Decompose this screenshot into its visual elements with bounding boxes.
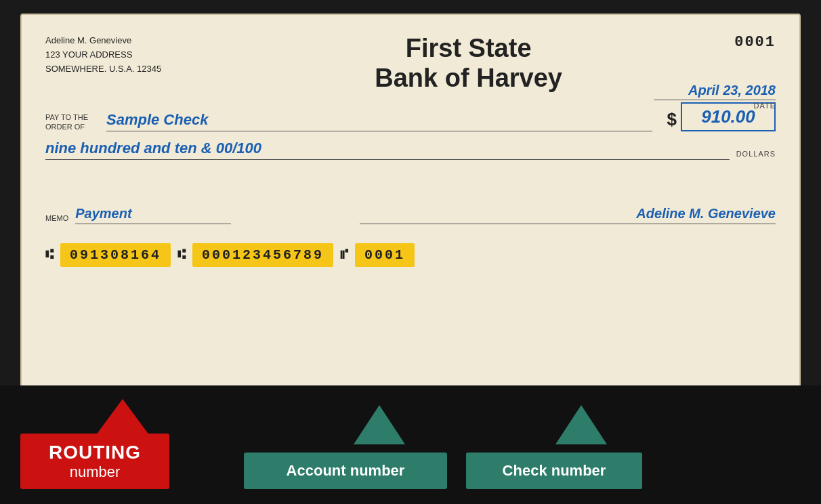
dollar-sign: $ xyxy=(667,109,677,131)
memo-value: Payment xyxy=(75,206,231,224)
routing-number: 091308164 xyxy=(60,243,171,267)
bank-middle xyxy=(45,167,776,194)
account-arrow-icon xyxy=(354,405,405,444)
pay-to-label: PAY TO THE ORDER OF xyxy=(45,112,100,132)
account-number-label: Account number xyxy=(287,462,405,479)
date-label: DATE xyxy=(654,102,776,110)
dollars-label: DOLLARS xyxy=(730,150,776,160)
payer-name: Adeline M. Genevieve xyxy=(45,34,161,48)
check-arrow-icon xyxy=(555,405,607,444)
date-value: April 23, 2018 xyxy=(654,83,776,100)
memo-signature-section: MEMO Payment Adeline M. Genevieve xyxy=(45,206,776,224)
routing-title: ROUTING xyxy=(34,442,156,463)
micr-line: ⑆ 091308164 ⑆ 000123456789 ⑈ 0001 xyxy=(45,243,776,267)
account-number: 000123456789 xyxy=(192,243,333,267)
check-label-box: Check number xyxy=(466,453,642,489)
payee-name: Sample Check xyxy=(106,111,652,131)
memo-label: MEMO xyxy=(45,214,68,224)
routing-sub: number xyxy=(34,463,156,481)
account-label-box: Account number xyxy=(244,453,447,489)
micr-separator-symbol: ⑈ xyxy=(340,247,348,263)
check-number-label: Check number xyxy=(503,462,606,479)
payer-address1: 123 YOUR ADDRESS xyxy=(45,48,161,62)
date-section: April 23, 2018 DATE xyxy=(654,83,776,110)
payer-info: Adeline M. Genevieve 123 YOUR ADDRESS SO… xyxy=(45,34,161,76)
payer-address2: SOMEWHERE. U.S.A. 12345 xyxy=(45,62,161,77)
micr-close-symbol: ⑆ xyxy=(177,247,186,263)
written-amount: nine hundred and ten & 00/100 xyxy=(45,140,730,160)
micr-open-symbol: ⑆ xyxy=(45,247,54,263)
check-number-display: 0001 xyxy=(734,34,776,51)
signature: Adeline M. Genevieve xyxy=(360,206,776,224)
routing-label-box: ROUTING number xyxy=(20,434,169,489)
check-number-micr: 0001 xyxy=(355,243,415,267)
check: 0001 Adeline M. Genevieve 123 YOUR ADDRE… xyxy=(20,14,801,393)
written-amount-section: nine hundred and ten & 00/100 DOLLARS xyxy=(45,140,776,160)
